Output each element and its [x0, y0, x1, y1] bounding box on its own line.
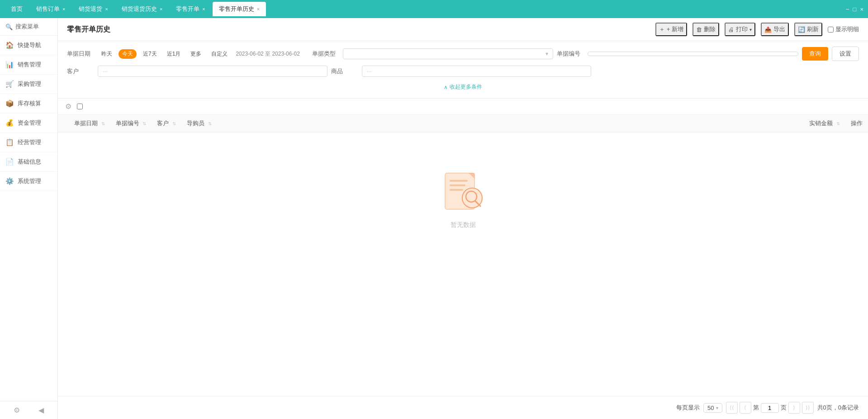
sidebar-collapse-btn[interactable]: ◀ — [38, 406, 44, 414]
goods-label: 商品 — [331, 67, 358, 75]
th-spacer — [217, 115, 804, 132]
tab-retail-open-close[interactable]: × — [202, 6, 205, 12]
query-button[interactable]: 查询 — [802, 47, 828, 61]
filter-area: 单据日期 昨天 今天 近7天 近1月 更多 自定义 2023-06-02 至 2… — [58, 41, 868, 99]
pagination: 每页显示 50 ▾ ⟨⟨ ⟨ 第 页 ⟩ ⟩⟩ 共0页，0条记录 — [58, 396, 868, 419]
select-all-checkbox[interactable] — [77, 104, 83, 109]
page-size-select[interactable]: 50 ▾ — [703, 403, 722, 413]
sidebar-item-basic-info[interactable]: 📄 基础信息 — [0, 152, 57, 172]
sidebar-settings-btn[interactable]: ⚙ — [14, 406, 20, 414]
bill-no-label: 单据编号 — [557, 50, 584, 58]
page-number-input[interactable] — [761, 403, 779, 413]
empty-text: 暂无数据 — [451, 221, 476, 229]
bill-type-filter-group: 单据类型 ▾ — [312, 48, 554, 59]
sidebar-item-quick-nav[interactable]: 🏠 快捷导航 — [0, 36, 57, 55]
content-area: 零售开单历史 ＋ + 新增 🗑 删除 🖨 打印 ▾ 📤 导出 — [58, 18, 868, 419]
date-filter-label: 单据日期 — [67, 50, 94, 58]
per-page-label: 每页显示 — [676, 404, 700, 412]
search-icon: 🔍 — [5, 24, 13, 30]
goods-filter-group: 商品 ··· — [331, 66, 592, 77]
date-btn-yesterday[interactable]: 昨天 — [98, 49, 116, 59]
sidebar-item-purchase-mgmt[interactable]: 🛒 采购管理 — [0, 75, 57, 94]
svg-rect-1 — [450, 180, 468, 182]
sidebar-item-operation[interactable]: 📋 经营管理 — [0, 133, 57, 152]
page-next-btn[interactable]: ⟩ — [788, 402, 800, 414]
date-range-display: 2023-06-02 至 2023-06-02 — [236, 50, 299, 58]
window-max[interactable]: □ — [853, 6, 857, 13]
sidebar-item-finance[interactable]: 💰 资金管理 — [0, 113, 57, 133]
print-button[interactable]: 🖨 打印 ▾ — [725, 23, 755, 36]
empty-illustration — [436, 169, 490, 214]
page-nav: ⟨⟨ ⟨ 第 页 ⟩ ⟩⟩ — [726, 402, 814, 414]
page-first-btn[interactable]: ⟨⟨ — [726, 402, 738, 414]
goods-input[interactable]: ··· — [362, 66, 592, 77]
th-no[interactable]: 单据编号 ⇅ — [110, 115, 152, 132]
data-table: 单据日期 ⇅ 单据编号 ⇅ 客户 ⇅ 导购员 ⇅ — [58, 115, 868, 265]
basic-info-icon: 📄 — [5, 158, 14, 166]
bill-type-dropdown-icon: ▾ — [545, 51, 548, 57]
date-btn-today[interactable]: 今天 — [119, 49, 137, 59]
sidebar-bottom: ⚙ ◀ — [0, 401, 57, 419]
customer-filter-group: 客户 ··· — [67, 66, 327, 77]
svg-rect-3 — [450, 189, 463, 191]
page-title: 零售开单历史 — [67, 25, 110, 34]
add-button[interactable]: ＋ + 新增 — [655, 23, 687, 36]
collapse-row: ∧ 收起更多条件 — [67, 81, 859, 93]
sort-guide-icon: ⇅ — [208, 121, 212, 126]
sort-customer-icon: ⇅ — [172, 121, 176, 126]
display-detail-input[interactable] — [828, 27, 834, 33]
tab-home[interactable]: 首页 — [5, 2, 29, 16]
sidebar-item-inventory[interactable]: 📦 库存核算 — [0, 94, 57, 113]
page-size-dropdown-icon: ▾ — [716, 405, 718, 410]
tab-sales-return-history[interactable]: 销货退货历史 × — [115, 2, 169, 16]
page-last-btn[interactable]: ⟩⟩ — [802, 402, 814, 414]
sort-date-icon: ⇅ — [101, 121, 105, 126]
export-button[interactable]: 📤 导出 — [761, 23, 789, 36]
collapse-button[interactable]: ∧ 收起更多条件 — [444, 81, 482, 93]
page-suffix: 页 — [781, 404, 787, 412]
th-customer[interactable]: 客户 ⇅ — [152, 115, 181, 132]
page-prev-btn[interactable]: ⟨ — [740, 402, 751, 414]
tab-sales-return-close[interactable]: × — [105, 6, 108, 12]
refresh-button[interactable]: 🔄 刷新 — [794, 23, 822, 36]
print-dropdown-icon: ▾ — [749, 27, 752, 32]
window-close[interactable]: × — [860, 6, 863, 13]
tab-retail-open[interactable]: 零售开单 × — [170, 2, 211, 16]
window-controls: − □ × — [846, 6, 863, 13]
tab-sales-order-close[interactable]: × — [62, 6, 65, 12]
date-btn-1month[interactable]: 近1月 — [163, 49, 185, 59]
table-toolbar: ⚙ — [58, 99, 868, 115]
inventory-icon: 📦 — [5, 99, 14, 108]
date-btn-7days[interactable]: 近7天 — [139, 49, 161, 59]
display-detail-checkbox[interactable]: 显示明细 — [828, 25, 859, 33]
bill-type-select[interactable]: ▾ — [343, 48, 554, 59]
tab-sales-order[interactable]: 销售订单 × — [30, 2, 71, 16]
bill-no-input[interactable] — [588, 52, 798, 56]
tab-sales-return[interactable]: 销货退货 × — [72, 2, 114, 16]
page-prefix: 第 — [753, 404, 759, 412]
sidebar-item-system[interactable]: ⚙️ 系统管理 — [0, 172, 57, 191]
sidebar-search[interactable]: 🔍 搜索菜单 — [0, 18, 57, 36]
date-filter-group: 单据日期 昨天 今天 近7天 近1月 更多 自定义 2023-06-02 至 2… — [67, 49, 308, 59]
sidebar: 🔍 搜索菜单 🏠 快捷导航 📊 销售管理 🛒 采购管理 📦 库存核算 💰 资金管… — [0, 18, 58, 419]
filter-row-2: 客户 ··· 商品 ··· — [67, 66, 859, 77]
date-btn-more[interactable]: 更多 — [187, 49, 205, 59]
th-amount[interactable]: 实销金额 ⇅ — [804, 115, 845, 132]
window-min[interactable]: − — [846, 6, 849, 13]
page-header: 零售开单历史 ＋ + 新增 🗑 删除 🖨 打印 ▾ 📤 导出 — [58, 18, 868, 41]
date-btn-custom[interactable]: 自定义 — [208, 49, 231, 59]
date-filter-buttons: 昨天 今天 近7天 近1月 更多 自定义 2023-06-02 至 2023-0… — [98, 49, 300, 59]
pagination-total: 共0页，0条记录 — [817, 404, 859, 412]
th-date[interactable]: 单据日期 ⇅ — [69, 115, 110, 132]
settings-button[interactable]: 设置 — [832, 47, 859, 61]
finance-icon: 💰 — [5, 119, 14, 127]
delete-button[interactable]: 🗑 删除 — [693, 23, 719, 36]
tab-retail-open-history[interactable]: 零售开单历史 × — [213, 2, 266, 16]
tab-retail-open-history-close[interactable]: × — [257, 6, 260, 12]
sidebar-item-sales-mgmt[interactable]: 📊 销售管理 — [0, 55, 57, 75]
th-guide[interactable]: 导购员 ⇅ — [181, 115, 217, 132]
empty-state: 暂无数据 — [58, 132, 868, 265]
tab-sales-return-history-close[interactable]: × — [160, 6, 162, 12]
table-settings-icon[interactable]: ⚙ — [65, 102, 71, 111]
customer-input[interactable]: ··· — [98, 66, 327, 77]
